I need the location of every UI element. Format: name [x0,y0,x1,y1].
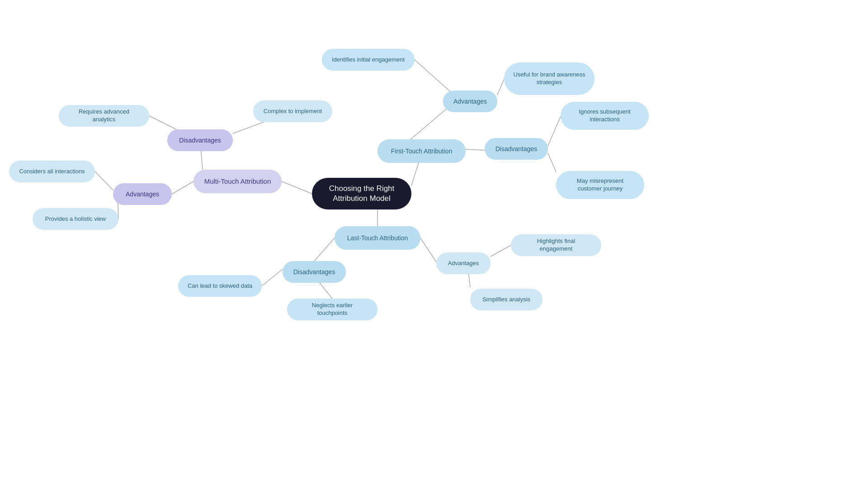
svg-line-1 [172,181,193,194]
may-misrepresent-node: May misrepresent customer journey [556,171,644,199]
useful-brand-node: Useful for brand awareness strategies [504,62,594,95]
svg-line-17 [491,245,511,257]
svg-line-8 [407,104,452,143]
complex-implement-node: Complex to implement [253,100,332,122]
svg-line-15 [420,238,436,262]
svg-line-10 [415,60,452,93]
ignores-subsequent-node: Ignores subsequent interactions [561,102,649,130]
multi-touch-node: Multi-Touch Attribution [193,170,282,193]
skewed-data-node: Can lead to skewed data [178,275,262,297]
svg-line-16 [314,238,335,261]
neglects-earlier-node: Neglects earlier touchpoints [287,299,377,320]
holistic-view-node: Provides a holistic view [33,208,118,230]
first-touch-node: First-Touch Attribution [377,139,466,163]
svg-line-13 [548,153,556,172]
svg-line-11 [497,79,504,95]
connections-svg [0,0,868,490]
center-node: Choosing the Right Attribution Model [312,178,411,209]
mt-disadvantages-node: Disadvantages [167,129,233,151]
ft-disadvantages-node: Disadvantages [485,138,548,160]
svg-line-9 [466,149,485,150]
requires-advanced-node: Requires advanced analytics [59,105,149,127]
svg-line-0 [282,181,312,194]
mt-advantages-node: Advantages [113,183,172,205]
simplifies-analysis-node: Simplifies analysis [470,289,542,310]
ft-advantages-node: Advantages [443,90,497,112]
identifies-initial-node: Identifies initial engagement [322,49,415,71]
lt-disadvantages-node: Disadvantages [283,261,346,283]
svg-line-5 [149,116,176,129]
last-touch-node: Last-Touch Attribution [335,226,420,250]
svg-line-12 [548,117,561,146]
lt-advantages-node: Advantages [436,252,491,274]
considers-all-node: Considers all interactions [9,161,95,182]
svg-line-3 [95,171,113,190]
highlights-final-node: Highlights final engagement [511,234,601,256]
svg-line-19 [262,269,283,286]
